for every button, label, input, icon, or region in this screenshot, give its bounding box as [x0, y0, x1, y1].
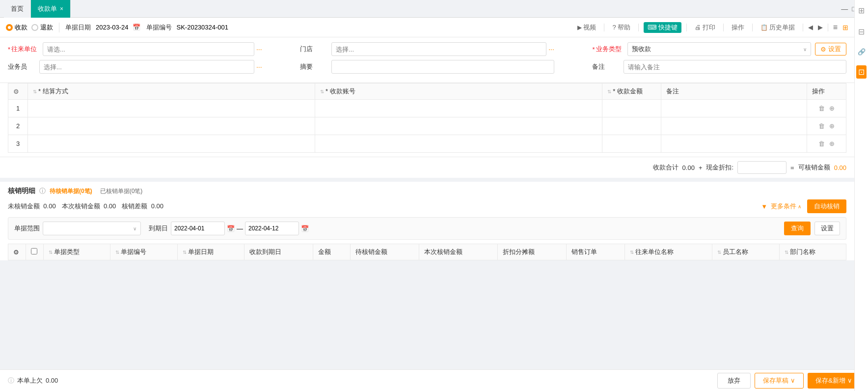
staff-input[interactable]	[39, 60, 254, 74]
range-field: 单据范围 ∨	[14, 222, 141, 235]
col-staff-label: 员工名称	[723, 248, 748, 256]
row-remark-1[interactable]	[661, 100, 807, 117]
delete-icon-1[interactable]: 🗑	[818, 105, 825, 112]
history-btn[interactable]: 📋 历史单据	[758, 22, 798, 33]
counterpart-more-btn[interactable]: ···	[256, 45, 262, 53]
radio-collection[interactable]: 收款	[6, 23, 27, 32]
abandon-button[interactable]: 放弃	[717, 373, 751, 389]
verify-settings-button[interactable]: 设置	[814, 222, 840, 235]
diff-stat: 核销差额 0.00	[122, 202, 163, 211]
copy-icon-1[interactable]: ⊕	[829, 105, 835, 112]
tab-pending[interactable]: 待核销单据(0笔)	[50, 187, 92, 196]
remark-input[interactable]	[624, 60, 846, 74]
range-select[interactable]: ∨	[43, 222, 141, 235]
row-settlement-3[interactable]	[28, 135, 315, 153]
row-amount-2[interactable]	[602, 117, 661, 135]
business-type-select[interactable]: 预收款 ∨	[627, 42, 812, 56]
query-button[interactable]: 查询	[784, 222, 811, 235]
sort-icon-counterpart: ⇅	[630, 250, 634, 255]
equals-sign: =	[790, 164, 794, 171]
current-label: 本次核销金额	[62, 202, 100, 210]
date-start-input[interactable]	[171, 222, 225, 235]
shop-more-btn[interactable]: ···	[548, 45, 554, 53]
query-label: 查询	[791, 224, 804, 232]
shop-input[interactable]	[331, 42, 546, 56]
select-all-checkbox[interactable]	[31, 248, 37, 254]
help-label: 帮助	[618, 23, 630, 32]
row-account-2[interactable]	[315, 117, 602, 135]
row-amount-1[interactable]	[602, 100, 661, 117]
col-amount-label: * 收款金额	[613, 87, 643, 96]
row-remark-2[interactable]	[661, 117, 807, 135]
tab-close-icon[interactable]: ×	[60, 5, 63, 12]
tab-home[interactable]: 首页	[4, 0, 31, 18]
print-icon: 🖨	[695, 24, 701, 31]
discount-input[interactable]	[737, 161, 787, 174]
row-remark-3[interactable]	[661, 135, 807, 153]
unverified-label: 未核销金额	[8, 202, 40, 210]
operations-btn[interactable]: 操作	[729, 22, 747, 33]
due-date-label: 到期日	[149, 224, 168, 233]
window-minimize-icon[interactable]: —	[841, 5, 848, 13]
col-pending-label: 待核销金额	[355, 248, 387, 255]
radio-refund[interactable]: 退款	[31, 23, 53, 32]
save-new-button[interactable]: 保存&新增 ∨	[808, 373, 860, 389]
sidebar-icon-2[interactable]: ⊟	[856, 25, 867, 38]
summary-input[interactable]	[331, 60, 554, 74]
calendar-icon[interactable]: 📅	[133, 24, 140, 31]
copy-icon-3[interactable]: ⊕	[829, 140, 835, 147]
row-account-3[interactable]	[315, 135, 602, 153]
row-amount-3[interactable]	[602, 135, 661, 153]
col-due-date-header: 收款到期日	[244, 244, 313, 260]
print-btn[interactable]: 🖨 打印	[692, 22, 718, 33]
shop-label: 门店	[300, 45, 329, 54]
gear-icon-bottom[interactable]: ⚙	[13, 249, 19, 256]
delete-icon-3[interactable]: 🗑	[818, 140, 825, 147]
calendar-start-icon[interactable]: 📅	[227, 225, 235, 232]
divider2	[638, 24, 639, 31]
list-view-icon[interactable]: ≡	[833, 23, 838, 32]
more-conditions-btn[interactable]: ▼ 更多条件 ∧	[761, 202, 801, 211]
chevron-up-icon: ∧	[798, 204, 801, 209]
tab-collection[interactable]: 收款单 ×	[31, 0, 71, 18]
copy-icon-2[interactable]: ⊕	[829, 122, 835, 130]
sidebar-icon-3[interactable]: 🔗	[856, 46, 868, 57]
sort-icon-staff: ⇅	[717, 250, 721, 255]
sidebar-icon-1[interactable]: ⊞	[856, 4, 867, 17]
date-end-input[interactable]	[245, 222, 299, 235]
col-gear-bottom[interactable]: ⚙	[8, 244, 26, 260]
row-settlement-2[interactable]	[28, 117, 315, 135]
shortcut-btn[interactable]: ⌨ 快捷键	[644, 22, 681, 33]
table-gear-icon[interactable]: ⚙	[13, 88, 19, 95]
grid-view-icon[interactable]: ⊞	[842, 24, 848, 31]
next-icon[interactable]: ▶	[818, 24, 823, 31]
divider5	[752, 24, 753, 31]
required-star-biz: *	[592, 46, 595, 53]
footer-right: 放弃 保存草稿 ∨ 保存&新增 ∨	[717, 373, 860, 389]
staff-more-btn[interactable]: ···	[256, 63, 262, 71]
row-settlement-1[interactable]	[28, 100, 315, 117]
col-type-header: ⇅ 单据类型	[44, 244, 110, 260]
counterpart-input[interactable]	[43, 42, 254, 56]
remark-label: 备注	[592, 62, 622, 71]
tab-done[interactable]: 已核销单据(0笔)	[100, 187, 143, 196]
footer-info-icon[interactable]: ⓘ	[8, 376, 14, 385]
radio-inner	[8, 26, 11, 29]
row-account-1[interactable]	[315, 100, 602, 117]
prev-icon[interactable]: ◀	[808, 24, 813, 31]
sidebar-icon-4[interactable]: ⊡	[856, 65, 867, 79]
col-account-label: * 收款账号	[326, 87, 355, 96]
delete-icon-2[interactable]: 🗑	[818, 122, 825, 130]
col-date-label: 单据日期	[188, 248, 214, 256]
video-btn[interactable]: ▶ 视频	[574, 22, 599, 33]
auto-verify-button[interactable]: 自动核销	[807, 199, 846, 213]
shop-field: 门店 ···	[300, 42, 554, 56]
col-gear[interactable]: ⚙	[8, 84, 28, 100]
calendar-end-icon[interactable]: 📅	[301, 225, 309, 232]
help-btn[interactable]: ? 帮助	[609, 22, 633, 33]
save-draft-button[interactable]: 保存草稿 ∨	[755, 373, 804, 389]
col-amount-label: 金额	[318, 248, 331, 255]
verify-info-icon[interactable]: ⓘ	[39, 187, 46, 196]
settings-button[interactable]: ⚙ 设置	[815, 43, 846, 56]
current-stat: 本次核销金额 0.00	[62, 202, 116, 211]
